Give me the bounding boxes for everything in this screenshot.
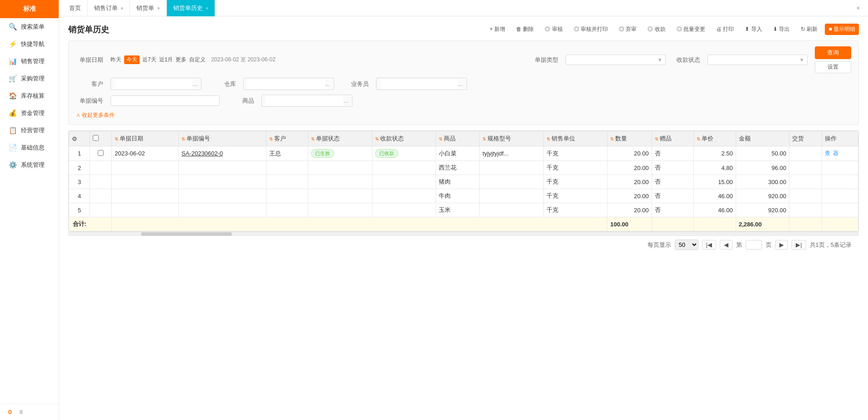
page-prev-button[interactable]: ◀ <box>720 240 733 250</box>
cell-doc_no <box>179 175 266 189</box>
collect-button[interactable]: ◎ 收款 <box>644 24 669 35</box>
sidebar-item-stock-calc[interactable]: 🏠 库存核算 <box>0 87 59 105</box>
tab-close-all[interactable]: × <box>852 5 864 11</box>
page-next-button[interactable]: ▶ <box>775 240 788 250</box>
th-gift-label: 赠品 <box>660 135 672 143</box>
cell-gift: 否 <box>652 175 693 189</box>
goods-ellipsis[interactable]: ... <box>343 97 348 104</box>
th-date[interactable]: ⇅单据日期 <box>112 131 179 146</box>
cell-action: 查器 <box>822 146 858 161</box>
delete-button[interactable]: 🗑 删除 <box>512 24 537 35</box>
customer-input[interactable] <box>115 79 192 89</box>
th-gear[interactable]: ⚙ <box>69 131 90 146</box>
sidebar-item-ops-mgmt[interactable]: 📋 经营管理 <box>0 122 59 139</box>
th-spec[interactable]: ⇅规格型号 <box>480 131 544 146</box>
new-button[interactable]: + 新增 <box>486 24 509 35</box>
sidebar-item-basic-info[interactable]: 📄 基础信息 <box>0 139 59 156</box>
collapse-button[interactable]: ∧ 收起更多条件 <box>76 111 851 119</box>
select-all-checkbox[interactable] <box>93 135 99 141</box>
sidebar-bottom-icon1[interactable]: ⚙ <box>7 409 13 415</box>
page-input[interactable]: 1 <box>746 240 762 250</box>
th-customer[interactable]: ⇅客户 <box>266 131 308 146</box>
staff-ellipsis[interactable]: ... <box>458 80 463 87</box>
warehouse-ellipsis[interactable]: ... <box>325 80 330 87</box>
th-price[interactable]: ⇅单价 <box>694 131 736 146</box>
print-button[interactable]: 🖨 打印 <box>712 24 738 35</box>
shortcut-7days[interactable]: 近7天 <box>142 56 156 64</box>
row-checkbox[interactable] <box>98 150 104 156</box>
sidebar-item-label: 销售管理 <box>21 57 45 65</box>
sidebar-item-quick-nav[interactable]: ⚡ 快捷导航 <box>0 35 59 53</box>
cell-qty: 20.00 <box>607 146 652 161</box>
sidebar-bottom-icon2[interactable]: ⏸ <box>18 409 24 415</box>
cell-amount: 300.00 <box>736 175 789 189</box>
action-btn[interactable]: 器 <box>833 150 838 157</box>
th-unit[interactable]: ⇅销售单位 <box>543 131 607 146</box>
cell-goods: 玉米 <box>436 203 480 217</box>
shortcut-more[interactable]: 更多 <box>176 56 186 64</box>
th-goods[interactable]: ⇅商品 <box>436 131 480 146</box>
show-detail-button[interactable]: ■ 显示明细 <box>825 24 859 35</box>
cell-action <box>822 203 858 217</box>
tab-home[interactable]: 首页 <box>63 0 88 16</box>
th-qty[interactable]: ⇅数量 <box>607 131 652 146</box>
staff-input[interactable] <box>380 79 458 89</box>
shortcut-custom[interactable]: 自定义 <box>189 56 206 64</box>
collect-status-select[interactable]: ▾ <box>707 55 808 65</box>
tab-sales-order-close[interactable]: × <box>120 5 123 11</box>
cell-doc_no[interactable]: SA-20230602-0 <box>179 146 266 161</box>
sidebar: 标准 🔍 搜索菜单 ⚡ 快捷导航 📊 销售管理 🛒 采购管理 🏠 库存核算 💰 … <box>0 0 59 420</box>
refresh-button[interactable]: ↻ 刷新 <box>797 24 821 35</box>
sort-icon7: ⇅ <box>482 136 486 141</box>
sidebar-item-finance-mgmt[interactable]: 💰 资金管理 <box>0 105 59 122</box>
action-btn[interactable]: 查 <box>825 150 830 157</box>
tab-sales-goods-close[interactable]: × <box>157 5 160 11</box>
summary-action-empty <box>822 217 858 231</box>
import-button[interactable]: ⬆ 导入 <box>741 24 765 35</box>
doc-no-input[interactable] <box>110 95 220 106</box>
cell-date <box>112 161 179 175</box>
export-button[interactable]: ⬇ 导出 <box>769 24 793 35</box>
query-button[interactable]: 查询 <box>815 46 851 59</box>
cell-trade <box>789 146 822 161</box>
page-first-button[interactable]: |◀ <box>702 240 716 250</box>
sidebar-item-sales-mgmt[interactable]: 📊 销售管理 <box>0 53 59 70</box>
abandon-button[interactable]: ◎ 弃审 <box>615 24 640 35</box>
th-collect-status[interactable]: ⇅收款状态 <box>372 131 436 146</box>
page-header: 销货单历史 + 新增 🗑 删除 ◎ 审核 ◎ 审核并打印 ◎ 弃审 ◎ 收款 ◎… <box>68 24 859 35</box>
scrollbar-thumb[interactable] <box>141 232 232 236</box>
tab-sales-history[interactable]: 销货单历史 × <box>167 0 215 16</box>
sidebar-item-search-menu[interactable]: 🔍 搜索菜单 <box>0 18 59 35</box>
th-gift[interactable]: ⇅赠品 <box>652 131 693 146</box>
shortcut-today[interactable]: 今天 <box>124 55 140 64</box>
batch-change-button[interactable]: ◎ 批量变更 <box>673 24 709 35</box>
tab-sales-order[interactable]: 销售订单 × <box>88 0 130 16</box>
tab-sales-goods[interactable]: 销货单 × <box>130 0 166 16</box>
customer-ellipsis[interactable]: ... <box>192 80 197 87</box>
scrollbar-area[interactable] <box>68 232 859 235</box>
setting-button[interactable]: 设置 <box>815 61 851 73</box>
warehouse-input[interactable] <box>247 79 325 89</box>
shortcut-yesterday[interactable]: 昨天 <box>110 56 121 64</box>
goods-input[interactable] <box>266 96 343 105</box>
audit-button[interactable]: ◎ 审核 <box>541 24 566 35</box>
audit-print-button[interactable]: ◎ 审核并打印 <box>570 24 612 35</box>
per-page-select[interactable]: 50 100 200 <box>675 240 698 250</box>
query-buttons: 查询 设置 <box>815 46 851 73</box>
cell-date: 2023-06-02 <box>112 146 179 161</box>
table-row: 2西兰花千克20.00否4.8096.00 <box>69 161 858 175</box>
th-doc-status[interactable]: ⇅单据状态 <box>308 131 372 146</box>
th-doc-no[interactable]: ⇅单据编号 <box>179 131 266 146</box>
sidebar-item-sys-mgmt[interactable]: ⚙️ 系统管理 <box>0 156 59 174</box>
cell-goods: 猪肉 <box>436 175 480 189</box>
sidebar-item-purchase-mgmt[interactable]: 🛒 采购管理 <box>0 70 59 87</box>
cell-collect_status <box>372 175 436 189</box>
tab-home-label: 首页 <box>69 4 81 12</box>
row-checkbox-cell <box>90 189 112 203</box>
doc-type-select[interactable]: ▾ <box>566 55 666 65</box>
page-last-button[interactable]: ▶| <box>792 240 806 250</box>
shortcut-1month[interactable]: 近1月 <box>159 56 173 64</box>
table-row: 5玉米千克20.00否46.00920.00 <box>69 203 858 217</box>
tab-sales-history-close[interactable]: × <box>206 5 208 11</box>
sidebar-item-label: 搜索菜单 <box>21 23 45 31</box>
